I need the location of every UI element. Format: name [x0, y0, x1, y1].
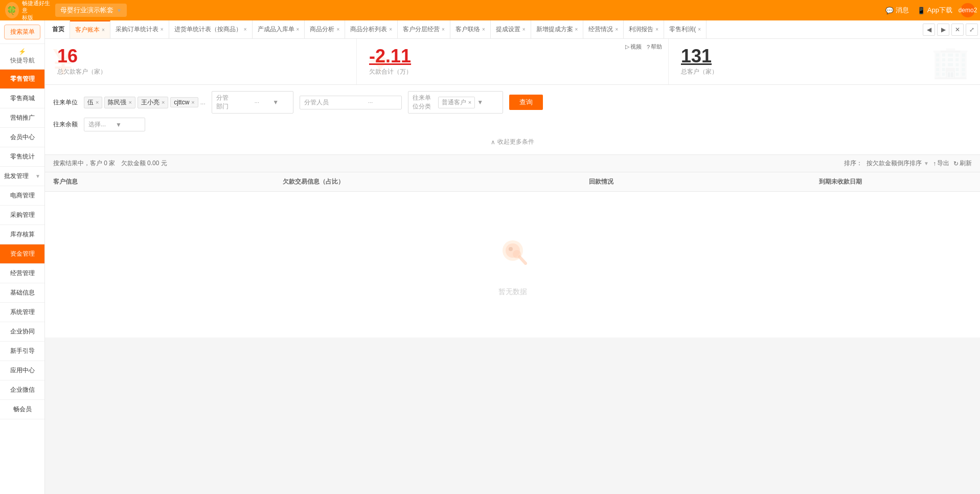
- debt-amount-unit: 元: [161, 160, 167, 167]
- help-button[interactable]: ? 帮助: [647, 43, 662, 51]
- tab-purchase-order-stats[interactable]: 采购订单统计表 ×: [110, 20, 169, 39]
- video-button[interactable]: ▷ 视频: [625, 43, 642, 51]
- unit-category-filter[interactable]: 往来单位分类 普通客户 × ▼: [408, 91, 503, 114]
- tab-operations-status-close[interactable]: ×: [615, 27, 618, 32]
- dept-more-btn[interactable]: ···: [255, 99, 271, 105]
- tab-inbound-stats-label: 进货单统计表（按商品）: [174, 25, 242, 34]
- sidebar-item-operations[interactable]: 经营管理: [0, 264, 44, 283]
- sidebar-item-ecommerce[interactable]: 电商管理: [0, 186, 44, 206]
- refresh-label: 刷新: [960, 159, 972, 168]
- user-avatar[interactable]: demo2: [961, 3, 975, 17]
- filter-tag-chen-remove[interactable]: ×: [128, 100, 131, 105]
- app-download-button[interactable]: 📱 App下载: [917, 6, 952, 15]
- sidebar-item-app-center[interactable]: 应用中心: [0, 361, 44, 380]
- sidebar-item-finance[interactable]: 资金管理: [0, 244, 44, 264]
- tab-product-analysis-list-close[interactable]: ×: [389, 27, 392, 32]
- sidebar-item-wholesale-mgmt[interactable]: 批发管理 ▼: [0, 167, 44, 186]
- tab-production-inbound[interactable]: 产成品入库单 ×: [253, 20, 305, 39]
- dept-chevron-icon: ▼: [272, 99, 289, 106]
- tab-new-promotion[interactable]: 新增提成方案 ×: [531, 20, 584, 39]
- stat-top-buttons: ▷ 视频 ? 帮助: [625, 43, 662, 51]
- debt-amount-info: 欠款金额 0.00 元: [121, 160, 167, 167]
- tab-product-analysis-list[interactable]: 商品分析列表 ×: [345, 20, 398, 39]
- filter-row-1: 往来单位 伍 × 陈民强 × 王小亮: [53, 91, 972, 114]
- tab-inbound-stats-close[interactable]: ×: [244, 27, 247, 32]
- sidebar-item-inventory[interactable]: 库存核算: [0, 225, 44, 244]
- avatar-label: demo2: [959, 7, 977, 14]
- collapse-button[interactable]: ∧ 收起更多条件: [487, 136, 538, 148]
- filter-tag-wang: 王小亮 ×: [138, 97, 168, 108]
- tab-customer-segment[interactable]: 客户分层经营 ×: [398, 20, 450, 39]
- sidebar-item-enterprise-coop[interactable]: 企业协同: [0, 322, 44, 342]
- tabs-next-button[interactable]: ▶: [937, 24, 949, 36]
- filter-tag-normal-customer-remove[interactable]: ×: [468, 100, 471, 105]
- results-bar: 搜索结果中，客户 0 家 欠款金额 0.00 元 排序： 按欠款金额倒序排序: [45, 155, 980, 172]
- sidebar-item-retail-mgmt[interactable]: 零售管理: [0, 70, 44, 89]
- person-filter-select[interactable]: 分管人员 ···: [300, 96, 402, 109]
- tab-production-inbound-close[interactable]: ×: [297, 27, 300, 32]
- tab-customer-ledger[interactable]: 客户账本 ×: [70, 20, 110, 39]
- search-menu-button[interactable]: 搜索菜单: [4, 25, 40, 39]
- balance-filter-select[interactable]: 选择... ▼: [84, 118, 145, 131]
- tab-retail-profit[interactable]: 零售利润( ×: [664, 20, 706, 39]
- search-menu-label: 搜索菜单: [10, 28, 35, 35]
- sidebar-item-members[interactable]: 会员中心: [0, 128, 44, 147]
- tabs-maximize-button[interactable]: ⤢: [966, 24, 978, 36]
- filter-more-tags[interactable]: ...: [200, 99, 206, 106]
- tab-customer-segment-label: 客户分层经营: [403, 25, 440, 34]
- sidebar-vip-member-label: 畅会员: [13, 405, 32, 414]
- top-bar: 🍀 畅捷通好生意 标版 母婴行业演示帐套 ▼ 💬 消息 📱 App下载 demo…: [0, 0, 980, 20]
- tab-operations-status[interactable]: 经营情况 ×: [583, 20, 624, 39]
- filter-tag-wu-remove[interactable]: ×: [96, 100, 99, 105]
- tab-inbound-stats[interactable]: 进货单统计表（按商品） ×: [169, 20, 253, 39]
- tab-new-promotion-close[interactable]: ×: [575, 27, 578, 32]
- sidebar-marketing-label: 营销推广: [10, 114, 35, 122]
- tab-promotion-settings[interactable]: 提成设置 ×: [491, 20, 531, 39]
- balance-placeholder: 选择...: [88, 120, 113, 129]
- tab-home[interactable]: 首页: [47, 20, 70, 39]
- sidebar-item-vip-member[interactable]: 畅会员: [0, 400, 44, 419]
- stats-bar: ¥ 16 总欠款客户（家） ✦ ▷ 视频: [45, 39, 980, 85]
- query-button[interactable]: 查询: [509, 95, 543, 110]
- stat-item-debt: ✦ ▷ 视频 ? 帮助 -2.11: [357, 39, 669, 84]
- filter-area: 往来单位 伍 × 陈民强 × 王小亮: [45, 85, 980, 155]
- message-button[interactable]: 💬 消息: [885, 6, 909, 15]
- sidebar-item-marketing[interactable]: 营销推广: [0, 108, 44, 128]
- workspace-selector[interactable]: 母婴行业演示帐套 ▼: [55, 4, 127, 17]
- tabs-prev-button[interactable]: ◀: [923, 24, 935, 36]
- sidebar: 搜索菜单 ⚡ 快捷导航 零售管理 零售商城 营销推广 会员中心: [0, 20, 45, 494]
- filter-tag-wang-remove[interactable]: ×: [162, 100, 165, 105]
- sidebar-item-retail-stats[interactable]: 零售统计: [0, 147, 44, 167]
- filter-tag-cjttcw-remove[interactable]: ×: [191, 100, 194, 105]
- tab-profit-report-close[interactable]: ×: [655, 27, 658, 32]
- col-header-customer: 客户信息: [53, 177, 283, 186]
- sidebar-item-new-guide[interactable]: 新手引导: [0, 342, 44, 361]
- logo-line1: 畅捷通好生意: [22, 0, 50, 14]
- sidebar-item-sys-mgmt[interactable]: 系统管理: [0, 303, 44, 322]
- dept-filter-label: 分管部门: [216, 94, 233, 111]
- sidebar-item-enterprise-wechat[interactable]: 企业微信: [0, 380, 44, 400]
- tab-customer-contact[interactable]: 客户联络 ×: [450, 20, 491, 39]
- person-more-btn[interactable]: ···: [368, 99, 397, 105]
- tab-profit-report[interactable]: 利润报告 ×: [624, 20, 664, 39]
- results-info: 搜索结果中，客户 0 家 欠款金额 0.00 元: [53, 159, 167, 168]
- tab-product-analysis[interactable]: 商品分析 ×: [305, 20, 345, 39]
- tabs-close-all-button[interactable]: ✕: [951, 24, 964, 36]
- quick-nav-button[interactable]: ⚡ 快捷导航: [4, 48, 40, 65]
- logo-text: 畅捷通好生意 标版: [22, 0, 50, 21]
- tab-promotion-settings-close[interactable]: ×: [522, 27, 526, 32]
- sort-selector[interactable]: 按欠款金额倒序排序 ▼: [867, 159, 929, 168]
- tab-customer-segment-close[interactable]: ×: [442, 27, 445, 32]
- tab-product-analysis-close[interactable]: ×: [336, 27, 339, 32]
- tab-retail-profit-close[interactable]: ×: [698, 27, 701, 32]
- tab-customer-contact-close[interactable]: ×: [482, 27, 485, 32]
- logo-area: 🍀 畅捷通好生意 标版: [5, 0, 50, 21]
- tab-purchase-order-stats-close[interactable]: ×: [161, 27, 164, 32]
- tab-customer-ledger-close[interactable]: ×: [102, 27, 105, 33]
- sidebar-item-basic-info[interactable]: 基础信息: [0, 283, 44, 303]
- export-button[interactable]: ↑ 导出: [933, 159, 949, 168]
- sidebar-item-retail-mall[interactable]: 零售商城: [0, 89, 44, 108]
- sidebar-item-purchase-mgmt[interactable]: 采购管理: [0, 206, 44, 225]
- dept-filter-select[interactable]: 分管部门 ··· ▼: [212, 91, 293, 114]
- refresh-button[interactable]: ↻ 刷新: [953, 159, 972, 168]
